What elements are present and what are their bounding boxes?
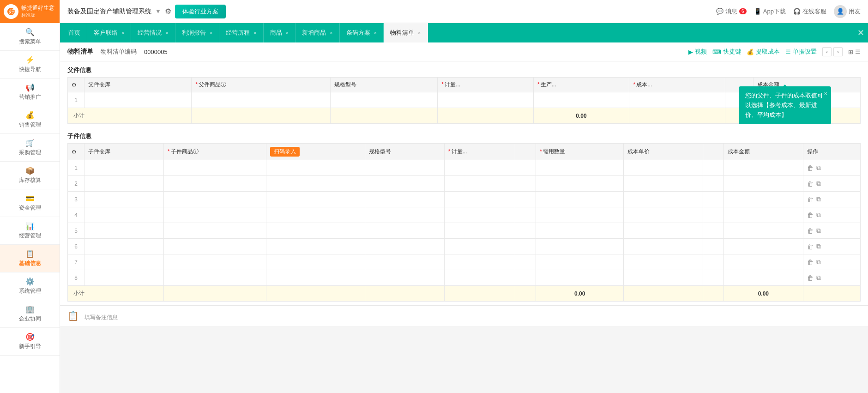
child-row-8-goods[interactable] [163, 270, 266, 286]
child-row-7-extra2[interactable] [703, 254, 724, 270]
parent-row-1-unit[interactable] [438, 92, 534, 108]
child-row-3-unit-cost[interactable] [624, 192, 703, 207]
child-row-1-warehouse[interactable] [84, 160, 164, 176]
child-row-6-extra[interactable] [515, 239, 536, 254]
child-row-8-copy-icon[interactable]: ⧉ [816, 274, 821, 282]
sidebar-item-operations[interactable]: 📊经营管理 [0, 217, 60, 245]
child-row-8-scan[interactable] [266, 270, 365, 286]
child-row-8-delete-icon[interactable]: 🗑 [807, 274, 814, 282]
child-row-1-scan[interactable] [266, 160, 365, 176]
tab-barcode[interactable]: 条码方案 × [340, 23, 384, 42]
user-action[interactable]: 👤 用友 [834, 5, 861, 18]
view-tool[interactable]: ▶ 视频 [688, 48, 707, 56]
child-row-4-unit-cost[interactable] [624, 207, 703, 223]
child-row-6-quantity[interactable] [536, 239, 623, 254]
prev-button[interactable]: ‹ [822, 47, 832, 56]
child-row-3-unit[interactable] [444, 192, 515, 207]
child-row-4-amount[interactable] [724, 207, 803, 223]
child-row-6-unit-cost[interactable] [624, 239, 703, 254]
child-row-2-amount[interactable] [724, 176, 803, 192]
parent-row-1-cost[interactable] [629, 92, 725, 108]
child-row-6-goods[interactable] [163, 239, 266, 254]
trial-button[interactable]: 体验行业方案 [175, 5, 226, 18]
child-row-3-quantity[interactable] [536, 192, 623, 207]
shortcut-tool[interactable]: ⌨ 快捷键 [712, 48, 741, 56]
child-row-4-unit[interactable] [444, 207, 515, 223]
parent-row-1-spec[interactable] [330, 92, 437, 108]
child-row-1-quantity[interactable] [536, 160, 623, 176]
child-row-5-copy-icon[interactable]: ⧉ [816, 227, 821, 235]
child-row-4-spec[interactable] [365, 207, 444, 223]
sidebar-item-marketing[interactable]: 📢营销推广 [0, 79, 60, 106]
child-row-4-copy-icon[interactable]: ⧉ [816, 211, 821, 219]
sidebar-item-quicknav[interactable]: ⚡快捷导航 [0, 51, 60, 79]
settings-icon[interactable]: ⚙ [165, 7, 171, 16]
child-row-2-spec[interactable] [365, 176, 444, 192]
child-row-2-warehouse[interactable] [84, 176, 164, 192]
tab-customer-close[interactable]: × [121, 30, 124, 36]
sidebar-item-system[interactable]: ⚙️系统管理 [0, 272, 60, 300]
child-row-8-amount[interactable] [724, 270, 803, 286]
child-row-2-unit-cost[interactable] [624, 176, 703, 192]
child-row-5-unit-cost[interactable] [624, 223, 703, 239]
sidebar-item-basic[interactable]: 📋基础信息 [0, 245, 60, 272]
child-row-8-unit[interactable] [444, 270, 515, 286]
child-row-2-extra[interactable] [515, 176, 536, 192]
child-row-5-extra[interactable] [515, 223, 536, 239]
close-all-icon[interactable]: ✕ [857, 28, 864, 38]
child-row-7-amount[interactable] [724, 254, 803, 270]
child-row-4-extra2[interactable] [703, 207, 724, 223]
child-row-3-extra2[interactable] [703, 192, 724, 207]
child-row-8-quantity[interactable] [536, 270, 623, 286]
app-download-action[interactable]: 📱 App下载 [754, 7, 786, 16]
child-row-8-extra[interactable] [515, 270, 536, 286]
system-dropdown-arrow[interactable]: ▼ [155, 8, 161, 15]
child-row-5-extra2[interactable] [703, 223, 724, 239]
child-th-scan[interactable]: 扫码录入 [266, 144, 365, 160]
child-row-1-spec[interactable] [365, 160, 444, 176]
child-row-3-warehouse[interactable] [84, 192, 164, 207]
child-th-gear[interactable]: ⚙ [68, 144, 84, 160]
child-row-1-goods[interactable] [163, 160, 266, 176]
child-row-5-spec[interactable] [365, 223, 444, 239]
child-row-7-scan[interactable] [266, 254, 365, 270]
tooltip-close-button[interactable]: × [824, 89, 827, 99]
child-row-1-delete-icon[interactable]: 🗑 [807, 164, 814, 172]
tab-bom[interactable]: 物料清单 × [384, 23, 428, 42]
child-row-1-unit-cost[interactable] [624, 160, 703, 176]
child-row-3-spec[interactable] [365, 192, 444, 207]
child-row-6-scan[interactable] [266, 239, 365, 254]
child-row-7-warehouse[interactable] [84, 254, 164, 270]
child-row-7-goods[interactable] [163, 254, 266, 270]
child-row-4-scan[interactable] [266, 207, 365, 223]
child-row-5-delete-icon[interactable]: 🗑 [807, 227, 814, 235]
child-row-5-scan[interactable] [266, 223, 365, 239]
parent-row-1-warehouse[interactable] [84, 92, 192, 108]
parent-th-gear[interactable]: ⚙ [68, 78, 84, 92]
child-row-7-unit[interactable] [444, 254, 515, 270]
tab-goods[interactable]: 商品 × [264, 23, 295, 42]
child-row-2-goods[interactable] [163, 176, 266, 192]
child-row-7-unit-cost[interactable] [624, 254, 703, 270]
child-row-3-amount[interactable] [724, 192, 803, 207]
child-row-4-goods[interactable] [163, 207, 266, 223]
child-row-5-goods[interactable] [163, 223, 266, 239]
child-row-3-goods[interactable] [163, 192, 266, 207]
child-row-7-delete-icon[interactable]: 🗑 [807, 259, 814, 266]
sidebar-item-sales[interactable]: 💰销售管理 [0, 106, 60, 134]
tab-customer[interactable]: 客户联络 × [87, 23, 131, 42]
child-row-2-extra2[interactable] [703, 176, 724, 192]
setting-tool[interactable]: ☰ 单据设置 [785, 48, 817, 56]
child-row-1-copy-icon[interactable]: ⧉ [816, 164, 821, 172]
child-row-5-amount[interactable] [724, 223, 803, 239]
tab-profit-close[interactable]: × [210, 30, 212, 36]
tab-new-goods[interactable]: 新增商品 × [295, 23, 339, 42]
child-row-3-copy-icon[interactable]: ⧉ [816, 195, 821, 203]
cost-tool[interactable]: 💰 提取成本 [747, 48, 780, 56]
child-row-8-warehouse[interactable] [84, 270, 164, 286]
child-row-6-copy-icon[interactable]: ⧉ [816, 242, 821, 250]
online-service-action[interactable]: 🎧 在线客服 [793, 7, 826, 16]
child-row-7-quantity[interactable] [536, 254, 623, 270]
child-row-4-extra[interactable] [515, 207, 536, 223]
tab-goods-close[interactable]: × [286, 30, 289, 36]
